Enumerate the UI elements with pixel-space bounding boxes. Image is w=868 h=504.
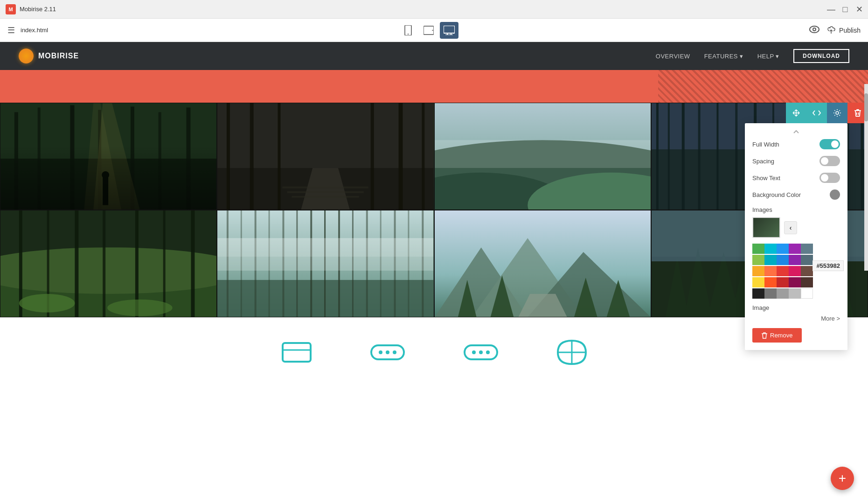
color-swatch[interactable] [764,244,777,254]
color-swatch[interactable] [777,288,789,299]
settings-block-button[interactable] [827,103,847,123]
code-icon [812,110,821,116]
feature-svg-1 [280,341,313,364]
color-swatch[interactable] [789,266,801,276]
color-swatch[interactable] [801,288,813,299]
svg-point-23 [102,171,109,179]
svg-point-67 [19,294,75,313]
svg-point-8 [810,26,819,33]
color-swatch[interactable] [764,255,777,265]
color-swatch[interactable] [777,277,789,287]
svg-rect-31 [399,103,403,210]
arrows-icon [792,109,800,117]
show-text-label: Show Text [752,175,780,182]
code-block-button[interactable] [806,103,827,123]
preview-button[interactable] [809,25,819,35]
color-swatch[interactable] [764,288,777,299]
gallery-image-1 [0,103,216,210]
color-swatch[interactable] [752,288,764,299]
color-swatch[interactable] [801,244,813,254]
color-swatch[interactable] [752,255,764,265]
gallery-image-7 [435,210,651,317]
color-swatch[interactable] [752,266,764,276]
background-color-swatch[interactable] [830,189,840,200]
maximize-button[interactable]: □ [842,6,848,13]
nav-features[interactable]: FEATURES ▾ [704,53,743,60]
gallery-cell-7 [434,210,651,317]
settings-panel: Full Width Spacing Show Text Background … [745,123,847,350]
svg-rect-48 [716,103,718,210]
color-swatch[interactable] [801,277,813,287]
desktop-view-button[interactable] [440,22,458,39]
close-button[interactable]: ✕ [856,6,862,13]
color-swatch[interactable] [777,255,789,265]
nav-help[interactable]: HELP ▾ [757,53,779,60]
color-swatch[interactable] [801,255,813,265]
color-swatch[interactable] [752,277,764,287]
color-swatch[interactable] [764,266,777,276]
color-swatch[interactable] [789,255,801,265]
mobile-view-button[interactable] [399,22,417,39]
color-palette: #553982 [752,244,840,299]
svg-rect-40 [435,140,651,168]
svg-rect-66 [191,210,194,317]
palette-row-4 [752,277,840,287]
tablet-view-button[interactable] [419,22,438,39]
nav-download-button[interactable]: DOWNLOAD [793,49,849,63]
hamburger-menu-icon[interactable]: ☰ [7,25,15,35]
color-swatch[interactable] [777,244,789,254]
svg-point-113 [379,350,382,354]
svg-point-114 [386,350,389,354]
minimize-button[interactable]: — [828,6,834,13]
gallery-cell-5 [0,210,217,317]
vertical-scrollbar[interactable] [864,84,868,271]
remove-block-button[interactable]: Remove [752,328,802,343]
forest-svg-6 [217,210,433,317]
nav-overview[interactable]: OVERVIEW [656,53,690,60]
spacing-toggle[interactable] [819,156,840,166]
svg-rect-29 [278,103,281,210]
add-block-fab-button[interactable]: + [831,467,854,490]
color-swatch[interactable] [789,288,801,299]
color-swatch[interactable] [801,266,813,276]
sun-icon [19,49,34,63]
gallery-cell-1 [0,103,217,210]
app-logo: M [6,4,16,14]
gallery-cell-3 [434,103,651,210]
prev-image-arrow[interactable]: ‹ [784,221,797,234]
feature-icon-4 [556,338,588,366]
full-width-toggle[interactable] [819,139,840,149]
color-swatch[interactable] [789,277,801,287]
more-options-link[interactable]: More > [821,315,840,322]
features-section [0,317,868,387]
svg-rect-27 [227,103,230,210]
show-text-toggle[interactable] [819,173,840,183]
gallery-image-6 [217,210,433,317]
color-swatch[interactable] [777,266,789,276]
brand-logo: MOBIRISE [19,49,79,63]
move-block-button[interactable] [786,103,806,123]
svg-rect-110 [283,343,311,362]
color-swatch[interactable] [764,277,777,287]
hex-value: #553982 [816,262,840,269]
image-thumbnail[interactable] [752,217,780,238]
svg-rect-86 [217,238,433,257]
palette-row-1 [752,244,840,254]
toolbar-right: Publish [809,25,861,35]
svg-point-3 [432,29,433,30]
diagonal-pattern-overlay [658,70,868,103]
trash-small-icon [762,332,767,339]
publish-button[interactable]: Publish [827,26,861,35]
forest-svg-3 [435,103,651,210]
forest-svg-5 [0,210,216,317]
color-swatch[interactable] [752,244,764,254]
color-swatch[interactable] [789,244,801,254]
app-title: Mobirise 2.11 [20,6,56,13]
svg-rect-17 [131,106,134,210]
svg-rect-30 [371,103,374,210]
svg-rect-65 [163,210,166,317]
forest-svg-7 [435,210,651,317]
scrollbar-thumb[interactable] [864,93,868,121]
image-controls: ‹ [752,217,840,238]
forest-svg-1 [0,103,216,210]
